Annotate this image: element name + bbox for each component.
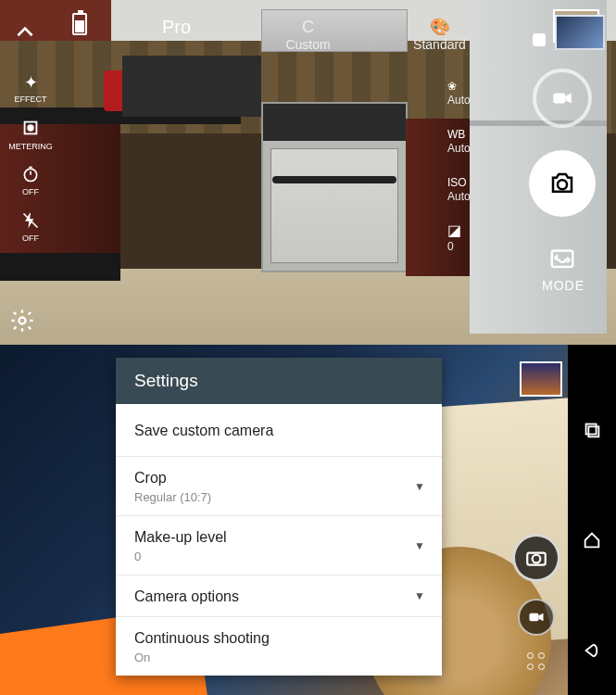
settings-row-continuous[interactable]: Continuous shooting On [116, 617, 442, 676]
back-icon [582, 640, 602, 661]
svg-rect-12 [588, 426, 598, 436]
settings-row-makeup[interactable]: Make-up level 0 ▼ [116, 516, 442, 575]
settings-title: Settings [134, 371, 198, 390]
flash-value: OFF [22, 234, 39, 243]
camera-options-label: Camera options [134, 588, 423, 605]
timer-button[interactable]: OFF [9, 158, 52, 204]
makeup-value: 0 [134, 550, 423, 563]
svg-point-9 [533, 555, 541, 563]
svg-rect-5 [553, 94, 565, 104]
flash-off-icon [21, 211, 40, 232]
chevron-down-icon: ▼ [414, 539, 425, 552]
continuous-label: Continuous shooting [134, 630, 423, 647]
back-button[interactable] [579, 638, 605, 663]
palette-icon: 🎨 [404, 17, 476, 37]
iso-label: ISO [447, 176, 503, 189]
recent-apps-icon [582, 420, 602, 440]
mode-custom-label: Custom [285, 37, 330, 52]
iso-button[interactable]: ISO Auto [447, 165, 503, 213]
shutter-button[interactable] [529, 150, 596, 217]
switch-camera-icon [548, 244, 576, 272]
effect-icon: ✦ [24, 72, 38, 93]
camera-viewfinder-bottom: Settings Save custom camera Crop Regular… [0, 345, 616, 695]
makeup-label: Make-up level [134, 529, 423, 546]
record-video-button-bottom[interactable] [518, 599, 555, 636]
switch-camera-button[interactable] [542, 237, 583, 278]
mode-standard[interactable]: 🎨 Standard [404, 17, 476, 52]
settings-row-crop[interactable]: Crop Regular (10:7) ▼ [116, 457, 442, 516]
flower-icon: ❀ [447, 80, 503, 93]
crop-label: Crop [134, 470, 423, 486]
camera-icon [548, 170, 576, 197]
metering-button[interactable]: METERING [9, 111, 52, 158]
shutter-button-bottom[interactable] [512, 534, 560, 582]
home-button[interactable] [579, 527, 605, 553]
iso-value: Auto [447, 190, 503, 203]
home-icon [582, 530, 602, 550]
camera-icon [524, 546, 548, 570]
metering-label: METERING [8, 142, 53, 151]
timer-icon [21, 165, 40, 185]
bottom-action-column [510, 345, 562, 695]
video-icon [527, 608, 546, 626]
record-video-button[interactable] [533, 69, 592, 128]
save-custom-label: Save custom camera [134, 423, 423, 439]
mode-standard-label: Standard [413, 37, 466, 52]
mode-button[interactable]: MODE [531, 278, 596, 293]
svg-point-1 [28, 125, 33, 131]
svg-point-6 [558, 180, 567, 189]
mode-custom[interactable]: C Custom [272, 17, 345, 52]
chevron-down-icon: ▼ [414, 480, 425, 493]
continuous-value: On [134, 651, 423, 664]
gallery-thumbnail[interactable] [555, 15, 605, 50]
system-nav-bar [568, 345, 616, 695]
timer-value: OFF [22, 187, 39, 196]
crop-value: Regular (10:7) [134, 490, 423, 504]
svg-point-2 [24, 169, 36, 181]
exposure-button[interactable]: ◪ 0 [447, 213, 503, 261]
focus-mode-button[interactable]: ❀ Auto [447, 69, 503, 117]
right-param-column: ❀ Auto WB Auto ISO Auto ◪ 0 [447, 69, 503, 261]
mode-button-label: MODE [542, 278, 585, 293]
mode-grid-button[interactable] [527, 652, 546, 671]
effect-button[interactable]: ✦ EFFECT [9, 65, 52, 111]
flash-button[interactable]: OFF [9, 204, 52, 250]
effect-label: EFFECT [15, 95, 47, 104]
settings-row-camera-options[interactable]: Camera options ▼ [116, 575, 442, 617]
svg-rect-11 [586, 424, 597, 435]
camera-mode-strip: Pro C Custom 🎨 Standard [0, 17, 616, 52]
settings-row-save-custom[interactable]: Save custom camera [116, 404, 442, 457]
settings-panel: Settings Save custom camera Crop Regular… [116, 358, 442, 676]
svg-point-4 [19, 318, 26, 324]
white-balance-button[interactable]: WB Auto [447, 117, 503, 165]
wb-value: Auto [447, 142, 503, 155]
focus-mode-value: Auto [447, 94, 503, 107]
exposure-icon: ◪ [447, 221, 503, 239]
video-icon [550, 86, 574, 110]
left-control-column: ✦ EFFECT METERING OFF OFF [9, 65, 52, 250]
metering-icon [20, 118, 41, 140]
exposure-value: 0 [447, 240, 503, 253]
mode-custom-icon: C [272, 17, 345, 37]
recent-apps-button[interactable] [579, 417, 605, 443]
camera-viewfinder-top: Pro C Custom 🎨 Standard ✦ EFFECT METERIN… [0, 0, 616, 345]
chevron-down-icon: ▼ [414, 589, 425, 602]
wb-label: WB [447, 128, 503, 141]
settings-gear-button[interactable] [9, 308, 35, 334]
settings-header: Settings [116, 358, 442, 404]
mode-pro-label: Pro [162, 17, 191, 37]
mode-pro[interactable]: Pro [141, 17, 213, 52]
svg-rect-10 [530, 613, 539, 621]
